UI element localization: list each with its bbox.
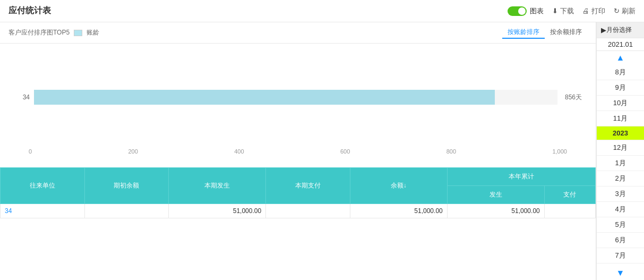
page-title: 应付统计表	[8, 5, 51, 16]
x-axis-1000: 1,000	[552, 148, 567, 155]
content-area: 客户应付排序图TOP5 账龄 按账龄排序 按余额排序 34	[0, 22, 644, 280]
cell-year-occurrence: 51,000.00	[447, 203, 544, 218]
bar-chart: 34 856天	[8, 49, 587, 146]
sidebar-month-item[interactable]: 6月	[597, 233, 644, 248]
th-balance: 余额↓	[350, 167, 447, 203]
print-button[interactable]: 🖨 打印	[582, 6, 605, 16]
sidebar-date: 2021.01	[597, 38, 644, 51]
sidebar-month-item[interactable]: 5月	[597, 217, 644, 233]
main-container: 应付统计表 图表 ⬇ 下载 🖨 打印 ↻ 刷新	[0, 0, 644, 280]
sidebar: ▶ 月份选择 2021.01 ▲ 8月9月10月11月202312月1月2月3月…	[596, 22, 644, 280]
chart-wrapper: 34 856天 0 200 400 600 800 1,000	[0, 44, 596, 167]
bar-end-label: 856天	[565, 93, 582, 102]
cell-payment	[266, 203, 350, 218]
x-axis: 0 200 400 600 800 1,000	[8, 146, 587, 155]
th-payment: 支付	[544, 185, 595, 203]
sidebar-header[interactable]: ▶ 月份选择	[597, 22, 644, 38]
chart-section: 客户应付排序图TOP5 账龄 按账龄排序 按余额排序 34	[0, 22, 596, 280]
chart-sort-buttons: 按账龄排序 按余额排序	[502, 27, 587, 39]
sidebar-month-item[interactable]: 1月	[597, 156, 644, 171]
bar-row: 34 856天	[14, 90, 582, 105]
table-section: 往来单位 期初余额 本期发生 本期支付 余额↓ 本年累计 发生 支付	[0, 167, 596, 281]
download-label: 下载	[560, 6, 574, 16]
th-unit: 往来单位	[1, 167, 85, 203]
download-button[interactable]: ⬇ 下载	[552, 6, 574, 16]
refresh-icon: ↻	[614, 7, 620, 15]
bar-label: 34	[14, 94, 30, 101]
toggle-label: 图表	[530, 6, 544, 16]
header-actions: 图表 ⬇ 下载 🖨 打印 ↻ 刷新	[508, 6, 636, 16]
sidebar-month-item[interactable]: 8月	[597, 65, 644, 80]
x-axis-200: 200	[128, 148, 138, 155]
print-icon: 🖨	[582, 7, 589, 15]
table-row: 34 51,000.00 51,000.00 51,000.00	[1, 203, 596, 218]
sidebar-month-item[interactable]: 11月	[597, 111, 644, 126]
sidebar-month-item[interactable]: 9月	[597, 80, 644, 96]
x-axis-0: 0	[29, 148, 32, 155]
x-axis-600: 600	[340, 148, 350, 155]
download-icon: ⬇	[552, 7, 558, 15]
th-opening-balance: 期初余额	[84, 167, 169, 203]
cell-unit: 34	[1, 203, 85, 218]
sidebar-title: 月份选择	[606, 26, 632, 35]
sidebar-list: 8月9月10月11月202312月1月2月3月4月5月6月7月	[597, 65, 644, 266]
chart-toggle[interactable]	[508, 6, 527, 16]
th-current-year: 本年累计	[447, 167, 595, 185]
sort-by-balance-btn[interactable]: 按账龄排序	[502, 27, 545, 39]
chart-area: 34 856天 0 200 400 600 800 1,000	[8, 49, 587, 162]
th-current-occurrence: 本期发生	[169, 167, 266, 203]
legend-box	[74, 30, 82, 36]
cell-opening	[84, 203, 169, 218]
chart-header: 客户应付排序图TOP5 账龄 按账龄排序 按余额排序	[0, 22, 596, 44]
sidebar-year-marker: 2023	[597, 126, 644, 140]
x-axis-400: 400	[234, 148, 244, 155]
refresh-label: 刷新	[622, 6, 636, 16]
th-current-payment: 本期支付	[266, 167, 350, 203]
sidebar-month-item[interactable]: 10月	[597, 96, 644, 111]
print-label: 打印	[591, 6, 605, 16]
legend-box-label: 账龄	[87, 28, 99, 37]
expand-icon: ▶	[601, 26, 606, 34]
bar-track	[34, 90, 557, 105]
cell-year-payment	[544, 203, 595, 218]
sidebar-up-btn[interactable]: ▲	[597, 51, 644, 65]
sidebar-month-item[interactable]: 3月	[597, 186, 644, 202]
data-table: 往来单位 期初余额 本期发生 本期支付 余额↓ 本年累计 发生 支付	[0, 167, 596, 218]
cell-balance: 51,000.00	[350, 203, 447, 218]
legend-text: 客户应付排序图TOP5	[8, 28, 70, 37]
sort-by-amount-btn[interactable]: 按余额排序	[545, 27, 587, 39]
refresh-button[interactable]: ↻ 刷新	[614, 6, 636, 16]
sidebar-month-item[interactable]: 4月	[597, 202, 644, 217]
sidebar-month-item[interactable]: 12月	[597, 140, 644, 156]
sidebar-month-item[interactable]: 7月	[597, 248, 644, 264]
chart-legend: 客户应付排序图TOP5 账龄	[8, 28, 99, 37]
bar-fill	[34, 90, 495, 105]
chart-toggle-container[interactable]: 图表	[508, 6, 544, 16]
x-axis-800: 800	[446, 148, 456, 155]
cell-occurrence: 51,000.00	[169, 203, 266, 218]
sidebar-month-item[interactable]: 2月	[597, 171, 644, 186]
sidebar-down-btn[interactable]: ▼	[597, 266, 644, 280]
header: 应付统计表 图表 ⬇ 下载 🖨 打印 ↻ 刷新	[0, 0, 644, 22]
th-occurrence: 发生	[447, 185, 544, 203]
